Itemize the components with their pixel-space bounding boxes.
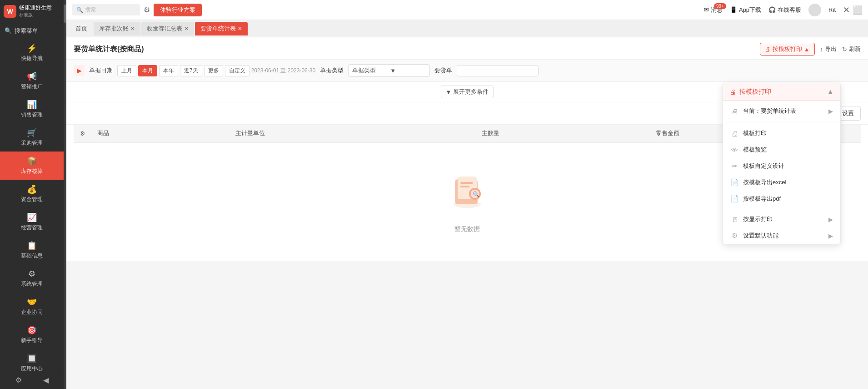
dropdown-divider-1 — [723, 122, 840, 122]
filter-expand-button[interactable]: ▶ — [74, 65, 85, 76]
date-btn-more[interactable]: 更多 — [204, 65, 223, 76]
sidebar-item-label: 应用中心 — [21, 365, 43, 371]
settings-icon: ⚙ — [80, 130, 85, 137]
expand-down-icon: ▼ — [446, 89, 452, 96]
sidebar-item-app-center[interactable]: 🔲 应用中心 — [0, 349, 64, 371]
date-btn-custom[interactable]: 自定义 — [225, 65, 249, 76]
phone-icon: 📱 — [730, 6, 737, 13]
topbar-search[interactable]: 🔍 搜索 — [72, 4, 140, 15]
export-button[interactable]: ↑ 导出 — [820, 45, 837, 53]
tab-order-stats-close[interactable]: ✕ — [238, 25, 242, 32]
maximize-button[interactable]: ⬜ — [853, 5, 863, 15]
sidebar-item-basic-info[interactable]: 📋 基础信息 — [0, 236, 64, 264]
app-download-button[interactable]: 📱 App下载 — [730, 6, 761, 14]
collapse-icon[interactable]: ◀ — [43, 376, 49, 384]
expand-more-button[interactable]: ▼ 展开更多条件 — [441, 86, 494, 98]
sidebar-item-label: 销售管理 — [21, 111, 43, 119]
print-template-button[interactable]: 🖨 按模板打印 ▲ — [760, 43, 815, 56]
minimize-button[interactable]: ✕ — [843, 5, 850, 15]
app-center-icon: 🔲 — [27, 354, 37, 364]
sidebar-item-guide[interactable]: 🎯 新手引导 — [0, 321, 64, 349]
topbar-gear-icon[interactable]: ⚙ — [144, 5, 150, 14]
sidebar-item-label: 经营管理 — [21, 224, 43, 232]
sidebar-item-system[interactable]: ⚙ 系统管理 — [0, 264, 64, 293]
dropdown-section-items: 🖨 模板打印 👁 模板预览 ✏ 模板自定义设计 📄 按模板导出excel 📄 — [723, 123, 840, 209]
user-avatar[interactable] — [808, 4, 821, 16]
date-btn-this-month[interactable]: 本月 — [138, 65, 157, 76]
print-template-dropdown: 🖨 按模板打印 ▲ 🖨 当前：要货单统计表 ▶ 🖨 模板打印 — [723, 83, 841, 244]
tab-batch-accounts-close[interactable]: ✕ — [130, 25, 135, 32]
sidebar-item-inventory[interactable]: 📦 库存核算 — [0, 152, 64, 180]
settings-footer-icon[interactable]: ⚙ — [15, 376, 22, 384]
set-default-icon: ⚙ — [730, 232, 738, 240]
search-menu[interactable]: 🔍 搜索菜单 — [0, 23, 64, 39]
current-template-icon: 🖨 — [730, 107, 738, 115]
dropdown-item-template-preview[interactable]: 👁 模板预览 — [723, 141, 840, 158]
dropdown-display-print[interactable]: 🖥 按显示打印 ▶ — [723, 211, 840, 227]
tab-receipts-summary-close[interactable]: ✕ — [184, 25, 189, 32]
date-btn-7days[interactable]: 近7天 — [180, 65, 202, 76]
display-print-icon: 🖥 — [730, 216, 738, 223]
tab-home[interactable]: 首页 — [70, 22, 93, 35]
date-btn-last-month[interactable]: 上月 — [117, 65, 136, 76]
order-type-label: 单据类型 — [320, 66, 344, 75]
window-controls: ✕ ⬜ — [843, 5, 863, 15]
template-custom-icon: ✏ — [730, 162, 738, 170]
logo-icon: W — [4, 5, 16, 18]
col-unit: 主计量单位 — [230, 125, 476, 142]
trial-button[interactable]: 体验行业方案 — [154, 4, 202, 16]
basic-info-icon: 📋 — [27, 241, 37, 251]
inventory-icon: 📦 — [27, 156, 37, 166]
dropdown-close-button[interactable]: ▲ — [827, 88, 834, 96]
chevron-right-icon: ▶ — [828, 108, 833, 115]
sidebar-item-marketing[interactable]: 📢 营销推广 — [0, 67, 64, 95]
export-icon: ↑ — [820, 46, 823, 53]
system-icon: ⚙ — [28, 269, 35, 279]
sidebar-item-purchase[interactable]: 🛒 采购管理 — [0, 123, 64, 152]
sidebar-item-label: 采购管理 — [21, 139, 43, 147]
message-button[interactable]: ✉ 消息 99+ — [704, 6, 723, 14]
sidebar-item-label: 企业协同 — [21, 308, 43, 316]
sidebar-item-sales[interactable]: 📊 销售管理 — [0, 95, 64, 123]
sidebar-item-label: 系统管理 — [21, 280, 43, 288]
sidebar-item-enterprise[interactable]: 🤝 企业协同 — [0, 293, 64, 321]
finance-icon: 💰 — [27, 184, 37, 194]
service-button[interactable]: 🎧 在线客服 — [768, 6, 801, 14]
dropdown-current-item[interactable]: 🖨 当前：要货单统计表 ▶ — [723, 103, 840, 119]
set-default-arrow: ▶ — [828, 232, 833, 239]
sidebar-footer: ⚙ ◀ — [0, 371, 64, 389]
refresh-button[interactable]: ↻ 刷新 — [842, 45, 861, 53]
order-type-select[interactable]: 单据类型 ▼ — [348, 64, 430, 77]
tab-receipts-summary[interactable]: 收发存汇总表 ✕ — [141, 22, 194, 35]
col-settings[interactable]: ⚙ — [74, 125, 92, 142]
sidebar-item-label: 营销推广 — [21, 83, 43, 91]
sidebar-item-quick-nav[interactable]: ⚡ 快捷导航 — [0, 39, 64, 67]
dropdown-item-template-custom[interactable]: ✏ 模板自定义设计 — [723, 158, 840, 174]
dropdown-item-export-excel[interactable]: 📄 按模板导出excel — [723, 174, 840, 191]
col-goods: 商品 — [92, 125, 230, 142]
export-label: 导出 — [825, 45, 837, 53]
message-icon: ✉ — [704, 6, 709, 13]
username-label: Rit — [828, 6, 836, 13]
sidebar-item-label: 资金管理 — [21, 196, 43, 203]
dropdown-set-default[interactable]: ⚙ 设置默认功能 ▶ — [723, 227, 840, 244]
order-goods-input[interactable] — [457, 65, 539, 76]
enterprise-icon: 🤝 — [27, 297, 37, 307]
dropdown-item-template-print[interactable]: 🖨 模板打印 — [723, 125, 840, 141]
display-print-arrow: ▶ — [828, 216, 833, 223]
sidebar-item-operations[interactable]: 📈 经营管理 — [0, 208, 64, 236]
marketing-icon: 📢 — [27, 71, 37, 81]
search-menu-label: 搜索菜单 — [15, 27, 38, 35]
template-custom-label: 模板自定义设计 — [743, 162, 784, 170]
tab-order-stats[interactable]: 要货单统计表 ✕ — [195, 22, 248, 35]
template-preview-icon: 👁 — [730, 146, 738, 154]
date-btn-this-year[interactable]: 本年 — [159, 65, 178, 76]
operations-icon: 📈 — [27, 212, 37, 222]
dropdown-section-current: 🖨 当前：要货单统计表 ▶ — [723, 101, 840, 121]
topbar-right: ✉ 消息 99+ 📱 App下载 🎧 在线客服 Rit — [704, 4, 836, 16]
export-pdf-icon: 📄 — [730, 195, 738, 203]
dropdown-item-export-pdf[interactable]: 📄 按模板导出pdf — [723, 191, 840, 207]
sidebar-item-finance[interactable]: 💰 资金管理 — [0, 180, 64, 208]
tab-batch-accounts[interactable]: 库存批次账 ✕ — [94, 22, 140, 35]
tab-batch-accounts-label: 库存批次账 — [99, 25, 129, 33]
